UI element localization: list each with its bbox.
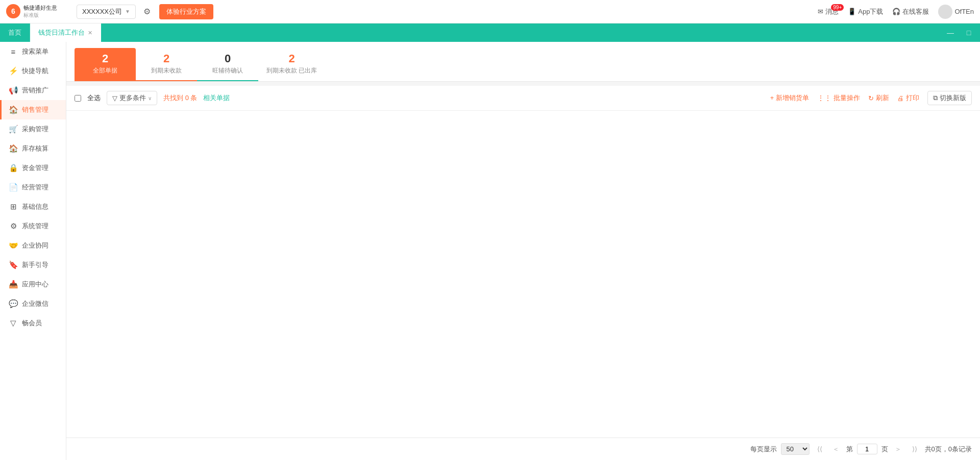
app-center-icon: 📥 xyxy=(9,280,18,289)
tab-home[interactable]: 首页 xyxy=(0,23,30,42)
per-page-select[interactable]: 50 100 200 xyxy=(781,443,810,455)
stats-label-overdue-shipped: 到期未收款 已出库 xyxy=(266,66,317,75)
sidebar-item-inventory-label: 库存核算 xyxy=(22,144,48,153)
batch-operation-button[interactable]: ⋮⋮ 批量操作 xyxy=(817,93,860,103)
related-docs-link[interactable]: 相关单据 xyxy=(203,93,230,103)
content-area: 2 全部单据 2 到期未收款 0 旺辅待确认 2 到期未收款 已出库 全选 xyxy=(66,42,980,460)
sidebar-item-inventory[interactable]: 🏠 库存核算 xyxy=(0,139,66,158)
window-maximize-button[interactable]: □ xyxy=(962,26,976,40)
capital-mgmt-icon: 🔒 xyxy=(9,163,18,173)
sidebar-item-member[interactable]: ▽ 畅会员 xyxy=(0,313,66,333)
settings-button[interactable]: ⚙ xyxy=(139,4,155,20)
sidebar-item-enterprise-wechat-label: 企业微信 xyxy=(22,299,48,308)
sidebar-item-app-center[interactable]: 📥 应用中心 xyxy=(0,275,66,294)
company-name: XXXXXX公司 xyxy=(82,7,122,16)
online-service-label: 在线客服 xyxy=(902,7,929,16)
app-download-button[interactable]: 📱 App下载 xyxy=(848,7,883,16)
sidebar-item-enterprise-coop[interactable]: 🤝 企业协同 xyxy=(0,236,66,255)
sidebar-item-marketing[interactable]: 📢 营销推广 xyxy=(0,81,66,100)
refresh-icon: ↻ xyxy=(868,94,874,102)
page-number-input[interactable] xyxy=(857,444,877,454)
switch-version-button[interactable]: ⧉ 切换新版 xyxy=(927,91,972,105)
switch-label: 切换新版 xyxy=(940,93,966,103)
found-unit: 条 xyxy=(190,94,197,102)
stats-tab-wangfu-underline xyxy=(197,80,258,81)
refresh-button[interactable]: ↻ 刷新 xyxy=(868,93,889,103)
sidebar-item-member-label: 畅会员 xyxy=(22,319,42,328)
stats-label-wangfu: 旺辅待确认 xyxy=(205,66,250,75)
stats-tabs: 2 全部单据 2 到期未收款 0 旺辅待确认 2 到期未收款 已出库 xyxy=(66,42,980,82)
more-filter-button[interactable]: ▽ 更多条件 ∨ xyxy=(107,91,157,105)
page-label: 第 xyxy=(846,445,853,454)
table-area xyxy=(66,111,980,438)
stats-tab-overdue-underline xyxy=(136,80,197,81)
sidebar-item-basic-info[interactable]: ⊞ 基础信息 xyxy=(0,197,66,216)
add-sales-order-button[interactable]: + 新增销货单 xyxy=(770,93,809,103)
next-page-button[interactable]: ＞ xyxy=(892,443,904,455)
logo-badge: 标准版 xyxy=(23,12,57,19)
batch-label: 批量操作 xyxy=(834,93,860,103)
system-mgmt-icon: ⚙ xyxy=(9,222,18,231)
tab-home-label: 首页 xyxy=(8,28,21,37)
nav-tabs-bar: 首页 钱货日清工作台 ✕ — □ xyxy=(0,23,980,42)
per-page-label: 每页显示 xyxy=(750,445,777,454)
online-service-icon: 🎧 xyxy=(892,8,900,15)
sidebar-item-quick-nav[interactable]: ⚡ 快捷导航 xyxy=(0,61,66,81)
print-icon: 🖨 xyxy=(897,94,904,102)
more-filter-label: 更多条件 xyxy=(119,93,146,103)
sidebar-item-new-guide[interactable]: 🔖 新手引导 xyxy=(0,255,66,275)
found-text: 共找到 xyxy=(163,94,183,102)
sidebar-item-marketing-label: 营销推广 xyxy=(22,86,48,95)
stats-label-all: 全部单据 xyxy=(83,66,128,75)
found-count-number: 0 xyxy=(185,94,189,102)
sidebar-item-enterprise-wechat[interactable]: 💬 企业微信 xyxy=(0,294,66,313)
marketing-icon: 📢 xyxy=(9,86,18,95)
basic-info-icon: ⊞ xyxy=(9,202,18,211)
message-button[interactable]: ✉ 消息 99+ xyxy=(818,7,839,16)
stats-tab-overdue[interactable]: 2 到期未收款 xyxy=(136,48,197,81)
sidebar-item-ops-mgmt-label: 经营管理 xyxy=(22,183,48,192)
switch-icon: ⧉ xyxy=(933,94,938,102)
sidebar-item-enterprise-coop-label: 企业协同 xyxy=(22,241,48,250)
ops-mgmt-icon: 📄 xyxy=(9,183,18,192)
print-button[interactable]: 🖨 打印 xyxy=(897,93,919,103)
pagination-bar: 每页显示 50 100 200 ⟨⟨ ＜ 第 页 ＞ ⟩⟩ 共0页，0条记录 xyxy=(66,438,980,460)
select-all-checkbox[interactable] xyxy=(75,95,81,102)
sidebar: ≡ 搜索菜单 ⚡ 快捷导航 📢 营销推广 🏠 销售管理 🛒 采购管理 🏠 库存核… xyxy=(0,42,66,460)
window-minimize-button[interactable]: — xyxy=(943,26,958,40)
search-menu-icon: ≡ xyxy=(9,47,18,56)
stats-tab-wangfu[interactable]: 0 旺辅待确认 xyxy=(197,48,258,81)
purchase-mgmt-icon: 🛒 xyxy=(9,125,18,134)
tab-workbench[interactable]: 钱货日清工作台 ✕ xyxy=(30,23,101,42)
first-page-button[interactable]: ⟨⟨ xyxy=(814,443,826,455)
total-records-text: 共0页，0条记录 xyxy=(925,445,972,454)
trial-button[interactable]: 体验行业方案 xyxy=(159,4,213,19)
user-avatar[interactable]: OfTEn xyxy=(938,5,974,19)
prev-page-button[interactable]: ＜ xyxy=(830,443,842,455)
filter-dropdown-arrow: ∨ xyxy=(148,95,152,101)
sidebar-item-search-menu[interactable]: ≡ 搜索菜单 xyxy=(0,42,66,61)
sidebar-item-capital-mgmt[interactable]: 🔒 资金管理 xyxy=(0,158,66,178)
stats-tab-overdue-shipped[interactable]: 2 到期未收款 已出库 xyxy=(258,48,325,81)
sidebar-item-basic-info-label: 基础信息 xyxy=(22,202,48,211)
user-name: OfTEn xyxy=(954,8,974,15)
sidebar-item-purchase-mgmt[interactable]: 🛒 采购管理 xyxy=(0,119,66,139)
last-page-button[interactable]: ⟩⟩ xyxy=(909,443,921,455)
company-selector[interactable]: XXXXXX公司 ▼ xyxy=(77,5,136,19)
stats-tab-all[interactable]: 2 全部单据 xyxy=(75,48,136,81)
logo-area: 6 畅捷通好生意 标准版 xyxy=(6,4,72,18)
page-label-end: 页 xyxy=(881,445,888,454)
tab-workbench-close[interactable]: ✕ xyxy=(88,30,92,36)
online-service-button[interactable]: 🎧 在线客服 xyxy=(892,7,929,16)
sidebar-item-system-mgmt[interactable]: ⚙ 系统管理 xyxy=(0,216,66,236)
toolbar-right: + 新增销货单 ⋮⋮ 批量操作 ↻ 刷新 🖨 打印 ⧉ 切换新版 xyxy=(770,91,972,105)
quick-nav-icon: ⚡ xyxy=(9,66,18,76)
sidebar-item-ops-mgmt[interactable]: 📄 经营管理 xyxy=(0,178,66,197)
stats-count-overdue: 2 xyxy=(144,52,189,65)
found-count-text: 共找到 0 条 xyxy=(163,93,197,103)
member-icon: ▽ xyxy=(9,319,18,328)
app-download-icon: 📱 xyxy=(848,8,856,15)
toolbar: 全选 ▽ 更多条件 ∨ 共找到 0 条 相关单据 + 新增销货单 ⋮⋮ 批量操作… xyxy=(66,86,980,111)
sidebar-item-new-guide-label: 新手引导 xyxy=(22,260,48,270)
sidebar-item-sales-mgmt[interactable]: 🏠 销售管理 xyxy=(0,100,66,119)
